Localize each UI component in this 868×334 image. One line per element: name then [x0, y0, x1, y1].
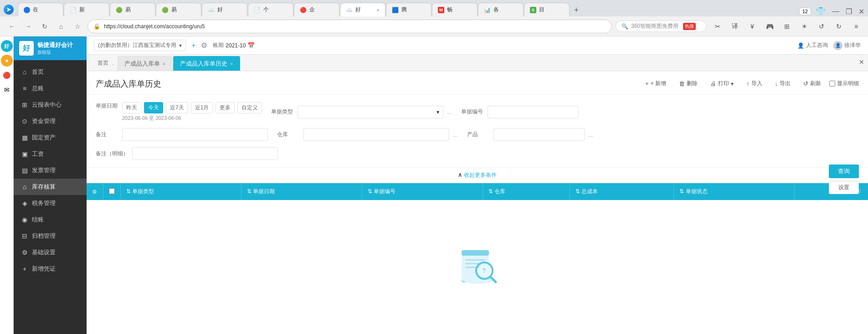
sidebar-item-salary[interactable]: ▣ 工资: [14, 146, 87, 162]
bookmark-button[interactable]: ☆: [71, 20, 84, 33]
query-button[interactable]: 查询: [829, 164, 859, 178]
close-window-button[interactable]: ✕: [857, 7, 866, 16]
close-page-tab-2[interactable]: ×: [230, 61, 233, 67]
tab-6[interactable]: 📄 个: [248, 3, 293, 16]
date-btn-yesterday[interactable]: 昨天: [122, 102, 141, 113]
th-settings[interactable]: ⚙: [87, 183, 103, 200]
user-info[interactable]: 👤 徐泽华: [833, 41, 861, 50]
export-button[interactable]: ↓ 导出: [770, 77, 796, 90]
page-tab-1[interactable]: 产成品入库单 ×: [118, 56, 172, 71]
scissor-icon[interactable]: ✂: [711, 20, 724, 33]
note-filter-input[interactable]: [122, 128, 268, 141]
date-btn-1month[interactable]: 近1月: [191, 102, 213, 113]
report-nav-icon: ⊞: [21, 101, 28, 108]
sidebar-item-archive[interactable]: ⊟ 归档管理: [14, 228, 87, 244]
sidebar-label-tax: 税务管理: [32, 199, 56, 207]
content-header: (勿删勿禁用）江西服宝测试专用 ▾ + ⚙ 账期 2021-10 📅 👤 人工咨…: [87, 36, 868, 55]
product-filter-more[interactable]: ...: [588, 131, 593, 138]
reload-button[interactable]: ↻: [38, 20, 51, 33]
detail-note-input[interactable]: [132, 147, 278, 160]
app-logo-icon[interactable]: 好: [1, 40, 13, 52]
tab-11[interactable]: 📊 各: [478, 3, 524, 16]
th-checkbox[interactable]: [103, 183, 120, 200]
sidebar-icon-1[interactable]: ★: [1, 55, 13, 67]
warehouse-filter-more[interactable]: ...: [453, 131, 458, 138]
translate-icon[interactable]: 译: [729, 20, 741, 33]
breadcrumb-home[interactable]: 首页: [94, 59, 112, 71]
tab-9[interactable]: 🟦 腾: [386, 3, 431, 16]
date-btn-custom[interactable]: 自定义: [237, 102, 262, 113]
sidebar-item-invoice[interactable]: ▤ 发票管理: [14, 162, 87, 179]
tab-3[interactable]: 🟢 易: [110, 3, 155, 16]
date-btn-7days[interactable]: 近7天: [166, 102, 188, 113]
forward-button[interactable]: →: [22, 20, 35, 33]
sidebar-item-ledger[interactable]: ≡ 总账: [14, 80, 87, 97]
select-all-checkbox[interactable]: [109, 188, 115, 194]
sidebar-item-home[interactable]: ⌂ 首页: [14, 64, 87, 80]
tab-7[interactable]: 🔴 企: [294, 3, 339, 16]
add-company-button[interactable]: +: [191, 41, 195, 50]
show-detail-toggle[interactable]: 显示明细: [829, 80, 859, 87]
yuan-icon[interactable]: ¥: [746, 20, 759, 33]
delete-button[interactable]: 🗑 删除: [674, 77, 702, 90]
refresh-button[interactable]: ↺ 刷新: [799, 77, 826, 90]
tab-5[interactable]: ☁️ 好: [202, 3, 247, 16]
service-button[interactable]: 👤 人工咨询: [797, 41, 828, 49]
print-button[interactable]: 🖨 打印 ▾: [706, 77, 738, 90]
sidebar-item-inventory[interactable]: ⌂ 库存核算: [14, 179, 87, 195]
new-tab-button[interactable]: +: [570, 4, 583, 16]
tab-count[interactable]: 12: [799, 8, 811, 15]
show-detail-checkbox[interactable]: [829, 81, 835, 87]
tab-4[interactable]: 🟢 易: [156, 3, 201, 16]
number-filter-input[interactable]: [488, 106, 579, 118]
product-filter-select[interactable]: [493, 128, 585, 141]
sidebar-item-tax[interactable]: ◈ 税务管理: [14, 195, 87, 211]
tab-1[interactable]: 在: [18, 3, 63, 16]
home-button[interactable]: ⌂: [55, 20, 67, 33]
column-settings-icon[interactable]: ⚙: [92, 189, 97, 195]
address-bar[interactable]: 🔒 https://cloud.chanjet.com/accounting/u…: [87, 20, 612, 33]
back-button[interactable]: ←: [5, 20, 18, 33]
sidebar-icon-3[interactable]: ✉: [1, 84, 13, 96]
tab-2[interactable]: 📄 新: [64, 3, 109, 16]
period-value: 2021-10: [226, 42, 246, 49]
shirt-icon[interactable]: 👕: [814, 6, 827, 16]
history-back-icon[interactable]: ↺: [815, 20, 828, 33]
calendar-icon[interactable]: 📅: [247, 42, 255, 49]
restore-button[interactable]: ❐: [844, 7, 854, 16]
delete-icon: 🗑: [679, 80, 685, 87]
gamepad-icon[interactable]: 🎮: [763, 20, 776, 33]
settings-gear-icon[interactable]: ⚙: [201, 41, 207, 50]
grid-icon[interactable]: ⊞: [781, 20, 793, 33]
tab-8-active[interactable]: ☁️ 好 ×: [340, 3, 385, 16]
new-button[interactable]: + + 新增: [641, 77, 671, 90]
sidebar-item-newvoucher[interactable]: + 新增凭证: [14, 261, 87, 277]
company-selector[interactable]: (勿删勿禁用）江西服宝测试专用 ▾: [94, 40, 186, 51]
date-btn-today[interactable]: 今天: [144, 102, 163, 113]
warehouse-filter-select[interactable]: [303, 128, 449, 141]
invoice-nav-icon: ▤: [21, 167, 28, 174]
import-button[interactable]: ↑ 导入: [742, 77, 767, 90]
tab-10[interactable]: M 畅: [432, 3, 478, 16]
theme-icon[interactable]: ☀: [798, 20, 811, 33]
date-btn-more[interactable]: 更多: [216, 102, 235, 113]
sidebar-item-fixed[interactable]: ▦ 固定资产: [14, 129, 87, 146]
close-tab-8[interactable]: ×: [377, 7, 380, 13]
menu-icon[interactable]: ≡: [850, 20, 863, 33]
page-tab-2[interactable]: 产成品入库单历史 ×: [173, 56, 240, 71]
history-forward-icon[interactable]: ↻: [832, 20, 845, 33]
sidebar-item-basic[interactable]: ⚙ 基础设置: [14, 244, 87, 261]
type-filter-more[interactable]: ...: [447, 108, 452, 115]
settings-button[interactable]: 设置: [829, 181, 859, 194]
collapse-bar[interactable]: ∧ 收起更多条件: [87, 168, 868, 183]
type-filter-select[interactable]: ▾: [298, 106, 443, 118]
tab-12[interactable]: S 目: [524, 3, 570, 16]
close-page-tab-1[interactable]: ×: [163, 61, 165, 67]
sidebar-item-fund[interactable]: ⊙ 资金管理: [14, 113, 87, 129]
search-bar[interactable]: 🔍 360智能抠图免费用 热搜: [616, 21, 707, 32]
sidebar-icon-2[interactable]: 🔴: [1, 69, 13, 81]
sidebar-item-report[interactable]: ⊞ 云报表中心: [14, 97, 87, 113]
minimize-button[interactable]: —: [830, 7, 841, 15]
sidebar-item-closing[interactable]: ◉ 结账: [14, 211, 87, 228]
close-content-tab[interactable]: ✕: [855, 55, 868, 69]
